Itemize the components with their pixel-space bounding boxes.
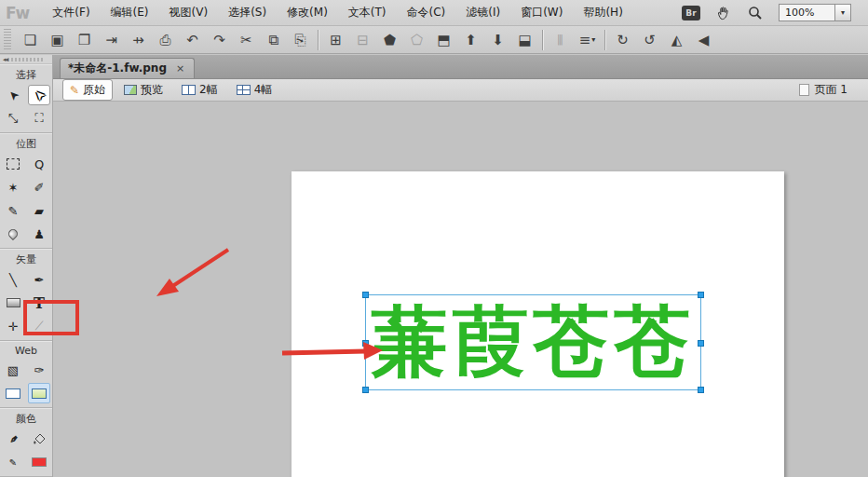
pointer-tool[interactable]: ➤: [2, 85, 24, 105]
rubber-stamp-tool[interactable]: ♟: [28, 224, 50, 244]
send-backward-icon[interactable]: ⬇: [484, 28, 511, 52]
two-up-view-button[interactable]: 2幅: [174, 79, 225, 101]
text-tool[interactable]: T: [28, 293, 50, 313]
scale-tool[interactable]: ⤡: [2, 108, 24, 129]
send-to-back-icon[interactable]: ⬓: [511, 28, 538, 52]
knife-tool[interactable]: ⟋: [28, 316, 50, 336]
copy-icon[interactable]: ⧉: [260, 28, 287, 52]
hide-slices-button[interactable]: [2, 383, 24, 403]
bring-to-front-icon[interactable]: ⬒: [430, 28, 457, 52]
page-indicator[interactable]: 页面 1: [799, 82, 868, 98]
toolbar-separator: [604, 30, 605, 50]
hand-tool-icon[interactable]: [715, 5, 732, 21]
paint-bucket-tool[interactable]: [28, 429, 50, 449]
selection-handle-bottom-right[interactable]: [698, 387, 704, 393]
fill-color-well[interactable]: [28, 452, 50, 472]
magnifier-icon[interactable]: [747, 5, 764, 21]
web-section-label: Web: [0, 345, 52, 357]
magic-wand-tool[interactable]: ✶: [2, 177, 24, 198]
eraser-tool[interactable]: ▰: [28, 200, 50, 221]
selection-handle-top-left[interactable]: [362, 292, 369, 298]
selection-handle-middle-left[interactable]: [362, 340, 369, 347]
menu-filters[interactable]: 滤镜(I): [455, 0, 510, 25]
menu-edit[interactable]: 编辑(E): [101, 0, 159, 25]
marquee-tool[interactable]: [2, 154, 24, 174]
slice-icon: ▧: [7, 363, 19, 377]
bridge-icon[interactable]: Br: [682, 6, 700, 20]
menu-file[interactable]: 文件(F): [42, 0, 100, 25]
brush-tool[interactable]: ✐: [28, 177, 50, 198]
combine-paths-icon[interactable]: ⬟: [376, 28, 403, 52]
stage-area[interactable]: 蒹葭苍苍: [53, 102, 868, 477]
bring-forward-icon[interactable]: ⬆: [457, 28, 484, 52]
selection-handle-bottom-left[interactable]: [362, 387, 369, 393]
collapse-panel-icon[interactable]: ◂◂: [3, 56, 7, 63]
rectangle-tool[interactable]: [2, 293, 24, 313]
export-icon[interactable]: ⇸: [125, 28, 152, 52]
open-icon[interactable]: ❐: [71, 28, 98, 52]
save-icon[interactable]: ▣: [44, 28, 71, 52]
zoom-level-select[interactable]: 100% ▾: [779, 4, 851, 21]
document-tab[interactable]: *未命名-1.fw.png ×: [60, 58, 195, 78]
text-object-selection[interactable]: 蒹葭苍苍: [365, 294, 701, 390]
redo-icon[interactable]: ↷: [206, 28, 233, 52]
menu-view[interactable]: 视图(V): [159, 0, 219, 25]
align-options-icon[interactable]: ≡▾: [574, 28, 601, 52]
fill-color-swatch: [32, 457, 47, 467]
freeform-tool[interactable]: ✛: [2, 316, 24, 336]
canvas-text[interactable]: 蒹葭苍苍: [366, 295, 700, 389]
tools-section-vector: 矢量 ╲ ✒ T ✛ ⟋: [0, 249, 52, 341]
line-tool[interactable]: ╲: [2, 269, 24, 290]
group-icon[interactable]: ⊞: [322, 28, 349, 52]
pen-tool[interactable]: ✒: [28, 269, 50, 290]
rotate-90-icon[interactable]: ↺: [636, 28, 663, 52]
align-icon[interactable]: ⫴: [547, 28, 574, 52]
flip-horizontal-icon[interactable]: ◭: [663, 28, 690, 52]
tools-panel-grip[interactable]: ◂◂: [0, 55, 52, 64]
fireworks-logo: Fw: [6, 4, 29, 22]
slice-tool[interactable]: ▧: [2, 360, 24, 380]
import-icon[interactable]: ⇥: [98, 28, 125, 52]
preview-view-button[interactable]: 预览: [116, 79, 170, 101]
flip-vertical-icon[interactable]: ◀: [690, 28, 717, 52]
split-icon[interactable]: ⬠: [403, 28, 430, 52]
ungroup-icon[interactable]: ⊟: [349, 28, 376, 52]
tools-section-bitmap: 位图 Ԛ ✶ ✐ ✎ ▰ ♟: [0, 133, 52, 249]
pencil-tool[interactable]: ✎: [2, 200, 24, 221]
toolbar-grip[interactable]: [4, 29, 11, 51]
new-document-icon[interactable]: ❏: [17, 28, 44, 52]
stroke-pencil-icon: ✎: [9, 457, 17, 468]
text-tool-icon: T: [34, 294, 45, 312]
print-icon[interactable]: ⎙: [152, 28, 179, 52]
crop-tool[interactable]: ⛶: [28, 108, 50, 129]
selection-handle-middle-right[interactable]: [698, 340, 704, 347]
tools-section-select: 选择 ➤ ➤ ⤡ ⛶: [0, 64, 52, 133]
paste-icon[interactable]: ⎘: [287, 28, 314, 52]
bitmap-section-label: 位图: [0, 137, 52, 151]
eyedropper-tool[interactable]: ✒: [2, 429, 24, 449]
hotspot-tool[interactable]: ✑: [28, 360, 50, 380]
zoom-dropdown-arrow-icon[interactable]: ▾: [834, 5, 850, 20]
rotate-icon[interactable]: ↻: [609, 28, 636, 52]
close-tab-icon[interactable]: ×: [174, 62, 186, 75]
hotspot-icon: ✑: [34, 363, 45, 377]
menu-text[interactable]: 文本(T): [338, 0, 397, 25]
cut-icon[interactable]: ✂: [233, 28, 260, 52]
show-slices-button[interactable]: [28, 383, 50, 403]
undo-icon[interactable]: ↶: [179, 28, 206, 52]
original-view-button[interactable]: ✎ 原始: [62, 79, 113, 101]
preview-mode-bar: ✎ 原始 预览 2幅 4幅 页面 1: [53, 79, 868, 102]
subselection-tool[interactable]: ➤: [28, 85, 50, 105]
menu-commands[interactable]: 命令(C): [397, 0, 456, 25]
lasso-tool[interactable]: Ԛ: [28, 154, 50, 174]
selection-handle-top-right[interactable]: [698, 292, 704, 298]
blur-tool[interactable]: [2, 224, 24, 244]
menu-help[interactable]: 帮助(H): [573, 0, 632, 25]
original-view-label: 原始: [83, 82, 105, 98]
four-up-view-button[interactable]: 4幅: [229, 79, 280, 101]
stroke-color-well[interactable]: ✎: [2, 452, 24, 472]
menu-select[interactable]: 选择(S): [218, 0, 277, 25]
menu-modify[interactable]: 修改(M): [277, 0, 338, 25]
menu-window[interactable]: 窗口(W): [510, 0, 573, 25]
eyedropper-icon: ✒: [5, 430, 21, 447]
